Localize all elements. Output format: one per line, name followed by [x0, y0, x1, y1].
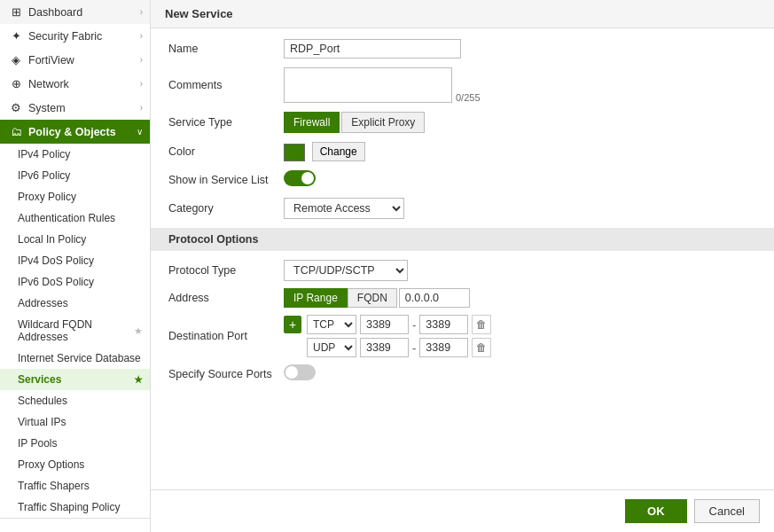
color-row: Color Change	[168, 142, 756, 161]
label: Wildcard FQDN Addresses	[18, 318, 134, 343]
protocol-type-row: Protocol Type TCP/UDP/SCTP	[168, 260, 756, 281]
sidebar-sub-item-traffic-shapers[interactable]: Traffic Shapers	[0, 475, 150, 497]
new-service-dialog: New Service Name Comments 0/255 Service	[151, 0, 774, 532]
ip-address-input[interactable]	[399, 288, 470, 308]
sidebar-sub-item-virtual-ips[interactable]: Virtual IPs	[0, 411, 150, 433]
comments-row: Comments 0/255	[168, 67, 756, 103]
address-row: Address IP Range FQDN	[168, 288, 756, 308]
sidebar-sub-item-proxy-options[interactable]: Proxy Options	[0, 454, 150, 475]
specify-source-ports-row: Specify Source Ports	[168, 364, 756, 383]
category-row: Category Remote Access	[168, 198, 756, 219]
sidebar-item-label: System	[28, 102, 66, 114]
security-fabric-icon: ✦	[9, 29, 23, 43]
label: Proxy Policy	[18, 191, 76, 203]
char-count: 0/255	[456, 92, 481, 103]
port-from-tcp[interactable]	[360, 315, 409, 334]
label: IPv4 DoS Policy	[18, 254, 94, 267]
fortiview-icon: ◈	[9, 53, 23, 66]
port-protocol-select-udp[interactable]: UDP TCP SCTP	[307, 338, 356, 357]
sidebar-sub-item-internet-svc-db[interactable]: Internet Service Database	[0, 348, 150, 369]
color-label: Color	[168, 145, 284, 158]
name-row: Name	[168, 39, 756, 59]
delete-port-row-btn-udp[interactable]: 🗑	[472, 338, 491, 357]
sidebar-sub-item-addresses[interactable]: Addresses	[0, 293, 150, 314]
star-icon[interactable]: ★	[134, 374, 143, 386]
show-in-service-toggle[interactable]	[284, 170, 316, 186]
delete-port-row-btn-tcp[interactable]: 🗑	[472, 315, 491, 334]
sidebar-item-network[interactable]: ⊕ Network ›	[0, 72, 150, 96]
label: Traffic Shapers	[18, 480, 90, 492]
label: Virtual IPs	[18, 416, 66, 428]
chevron-icon: ›	[140, 7, 143, 17]
firewall-btn[interactable]: Firewall	[284, 112, 340, 133]
sidebar-item-label: Network	[28, 78, 69, 90]
sidebar-sub-item-wildcard-fqdn[interactable]: Wildcard FQDN Addresses ★	[0, 314, 150, 348]
dest-port-control: + TCP UDP SCTP - 🗑	[284, 315, 756, 357]
sidebar-sub-item-ipv4-dos[interactable]: IPv4 DoS Policy	[0, 250, 150, 271]
add-port-btn[interactable]: +	[284, 316, 301, 333]
sidebar-sub-item-local-in-policy[interactable]: Local In Policy	[0, 229, 150, 250]
port-from-udp[interactable]	[360, 338, 409, 357]
port-row-tcp: TCP UDP SCTP - 🗑	[307, 315, 491, 334]
service-type-row: Service Type Firewall Explicit Proxy	[168, 112, 756, 133]
label: Addresses	[18, 297, 68, 309]
sidebar-item-label: Dashboard	[28, 6, 82, 19]
explicit-proxy-btn[interactable]: Explicit Proxy	[341, 112, 425, 133]
protocol-type-select[interactable]: TCP/UDP/SCTP	[284, 260, 408, 281]
label: Internet Service Database	[18, 352, 141, 364]
sidebar-sub-item-ipv6-policy[interactable]: IPv6 Policy	[0, 165, 150, 186]
category-select[interactable]: Remote Access	[284, 198, 404, 219]
chevron-icon: ›	[140, 79, 143, 89]
sidebar-sub-item-ip-pools[interactable]: IP Pools	[0, 433, 150, 454]
show-in-service-list-row: Show in Service List	[168, 170, 756, 189]
sidebar-sub-item-ipv6-dos[interactable]: IPv6 DoS Policy	[0, 271, 150, 293]
sidebar-sub-item-auth-rules[interactable]: Authentication Rules	[0, 207, 150, 229]
label: IPv6 Policy	[18, 169, 70, 182]
policy-objects-icon: 🗂	[9, 125, 23, 138]
label: Local In Policy	[18, 233, 86, 246]
sidebar-sub-item-traffic-shaping-policy[interactable]: Traffic Shaping Policy	[0, 497, 150, 518]
dashboard-icon: ⊞	[9, 5, 23, 19]
color-swatch	[284, 144, 305, 161]
label: Authentication Rules	[18, 212, 115, 224]
address-label: Address	[168, 292, 284, 304]
service-type-control: Firewall Explicit Proxy	[284, 112, 756, 133]
protocol-type-label: Protocol Type	[168, 264, 284, 277]
star-icon[interactable]: ★	[134, 325, 143, 337]
color-control: Change	[284, 142, 756, 161]
specify-source-ports-toggle[interactable]	[284, 364, 316, 380]
toggle-slider-source	[284, 364, 316, 380]
cancel-button[interactable]: Cancel	[694, 499, 760, 523]
sidebar-item-dashboard[interactable]: ⊞ Dashboard ›	[0, 0, 150, 24]
sidebar-sub-item-proxy-policy[interactable]: Proxy Policy	[0, 186, 150, 207]
sidebar-sub-item-ipv4-policy[interactable]: IPv4 Policy	[0, 144, 150, 165]
ip-range-tab[interactable]: IP Range	[284, 288, 348, 308]
port-to-udp[interactable]	[419, 338, 468, 357]
show-in-service-list-label: Show in Service List	[168, 174, 284, 186]
sidebar-item-fortiview[interactable]: ◈ FortiView ›	[0, 48, 150, 72]
comments-textarea[interactable]	[284, 67, 452, 103]
system-icon: ⚙	[9, 101, 23, 114]
sidebar-item-security-profiles[interactable]: 🛡 Security Profiles ›	[0, 526, 150, 532]
dialog-footer: OK Cancel	[151, 489, 774, 532]
sidebar-item-system[interactable]: ⚙ System ›	[0, 96, 150, 120]
form-body: Name Comments 0/255 Service Type Firewal	[151, 28, 774, 489]
name-label: Name	[168, 43, 284, 55]
port-dash-udp: -	[412, 341, 416, 355]
sidebar-item-label: Security Fabric	[28, 30, 102, 43]
port-to-tcp[interactable]	[419, 315, 468, 334]
change-color-btn[interactable]: Change	[312, 142, 365, 161]
protocol-options-header: Protocol Options	[151, 228, 774, 251]
sidebar-sub-item-services[interactable]: Services ★	[0, 369, 150, 390]
label: Proxy Options	[18, 458, 84, 471]
dialog-title: New Service	[151, 0, 774, 28]
fqdn-tab[interactable]: FQDN	[348, 288, 397, 308]
sidebar-sub-item-schedules[interactable]: Schedules	[0, 390, 150, 411]
port-protocol-select-tcp[interactable]: TCP UDP SCTP	[307, 315, 356, 334]
sidebar-item-policy-objects[interactable]: 🗂 Policy & Objects ∨	[0, 120, 150, 144]
ok-button[interactable]: OK	[625, 499, 687, 523]
name-input[interactable]	[284, 39, 461, 59]
sidebar-item-security-fabric[interactable]: ✦ Security Fabric ›	[0, 24, 150, 48]
port-row-udp: UDP TCP SCTP - 🗑	[307, 338, 491, 357]
name-control	[284, 39, 756, 59]
